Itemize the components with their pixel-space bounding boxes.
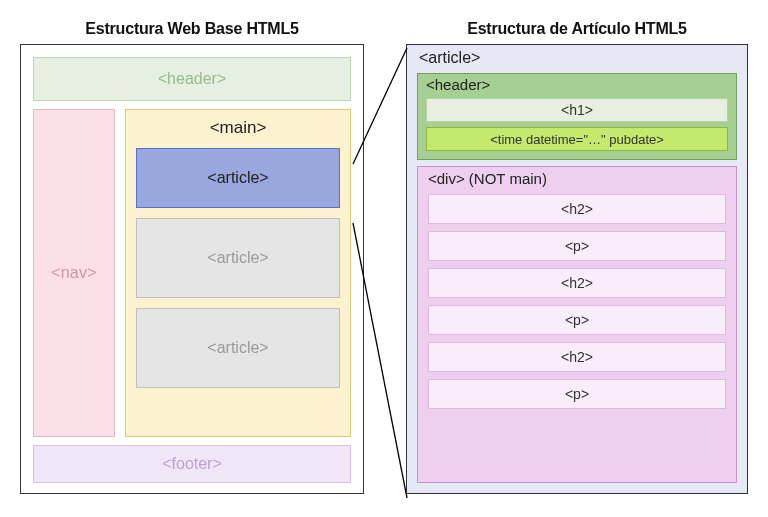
article-body-block: <div> (NOT main) <h2> <p> <h2> <p> <h2> … (417, 166, 737, 483)
article-block: <article> (136, 218, 340, 298)
main-block: <main> <article> <article> <article> (125, 109, 351, 437)
left-panel: <header> <nav> <main> <article> <article… (20, 44, 364, 494)
content-block: <h2> (428, 268, 726, 298)
h1-block: <h1> (426, 98, 728, 122)
header-label: <header> (426, 76, 728, 93)
content-block: <p> (428, 231, 726, 261)
content-block: <p> (428, 305, 726, 335)
content-block: <h2> (428, 342, 726, 372)
right-title: Estructura de Artículo HTML5 (406, 20, 748, 38)
nav-block: <nav> (33, 109, 115, 437)
left-title: Estructura Web Base HTML5 (20, 20, 364, 38)
body-label: <div> (NOT main) (428, 169, 726, 187)
main-label: <main> (136, 116, 340, 138)
article-label: <article> (417, 49, 737, 67)
right-panel: <article> <header> <h1> <time datetime="… (406, 44, 748, 494)
article-header-block: <header> <h1> <time datetime="…" pubdate… (417, 73, 737, 160)
content-block: <p> (428, 379, 726, 409)
content-block: <h2> (428, 194, 726, 224)
footer-block: <footer> (33, 445, 351, 483)
article-block: <article> (136, 308, 340, 388)
time-block: <time datetime="…" pubdate> (426, 127, 728, 151)
article-block-highlight: <article> (136, 148, 340, 208)
header-block: <header> (33, 57, 351, 101)
